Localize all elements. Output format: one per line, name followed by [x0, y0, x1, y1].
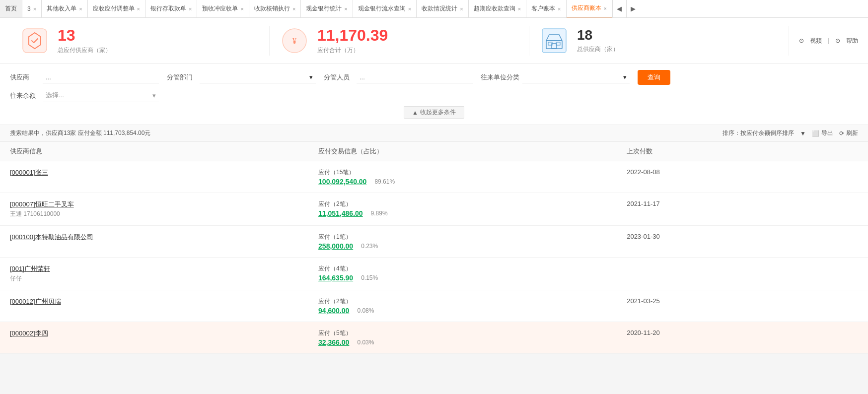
results-actions: 排序：按应付余额倒序排序 ▼ ⬜ 导出 ⟳ 刷新: [723, 129, 858, 137]
close-icon[interactable]: ×: [189, 6, 192, 12]
supplier-link[interactable]: [000001]张三: [10, 168, 318, 177]
supplier-link[interactable]: [000007]恒旺二手叉车: [10, 200, 318, 209]
balance-filter-select[interactable]: 选择... ▾: [43, 89, 159, 102]
nav-tab-label: 超期应收款查询: [474, 4, 515, 13]
video-link[interactable]: 视频: [810, 37, 822, 45]
header-supplier-info: 供应商信息: [10, 147, 318, 156]
nav-tab-advance[interactable]: 预收冲应收单 ×: [197, 0, 249, 18]
nav-tab-cash-bank-stat[interactable]: 现金银行统计 ×: [301, 0, 353, 18]
transaction-count: 应付（4笔）: [318, 264, 627, 273]
transaction-amount[interactable]: 94,600.00: [318, 307, 349, 315]
close-icon[interactable]: ×: [460, 6, 463, 12]
stat-payable-value: 13: [58, 27, 111, 44]
last-payment-date: 2023-01-30: [627, 233, 660, 240]
transaction-amount[interactable]: 258,000.00: [318, 242, 353, 250]
category-filter-select[interactable]: ▾: [522, 71, 630, 83]
export-icon: ⬜: [812, 130, 819, 137]
transaction-info-cell: 应付（5笔） 32,366.00 0.03%: [318, 329, 627, 346]
supplier-link[interactable]: [000002]李四: [10, 329, 318, 338]
nav-tab-bank[interactable]: 银行存取款单 ×: [145, 0, 197, 18]
close-icon[interactable]: ×: [79, 6, 82, 12]
nav-tab-label: 现金银行流水查询: [358, 4, 406, 13]
transaction-amount[interactable]: 32,366.00: [318, 338, 349, 346]
last-payment-cell: 2022-08-08: [627, 168, 858, 176]
collapse-button[interactable]: ▲ 收起更多条件: [404, 106, 464, 119]
close-icon[interactable]: ×: [137, 6, 140, 12]
nav-arrow-left[interactable]: ◀: [612, 0, 626, 18]
store-icon: [539, 26, 569, 56]
collapse-bar: ▲ 收起更多条件: [10, 106, 858, 119]
export-button[interactable]: ⬜ 导出: [812, 129, 833, 137]
nav-tab-supplier-ledger[interactable]: 供应商账本 ×: [567, 0, 612, 18]
stat-payable-suppliers: 13 总应付供应商（家）: [10, 26, 270, 56]
last-payment-date: 2021-03-25: [627, 297, 660, 305]
nav-tab-label: 3: [27, 5, 31, 12]
stat-payable-total: ¥ 11,170.39 应付合计（万）: [270, 26, 529, 56]
close-icon[interactable]: ×: [604, 5, 607, 11]
balance-filter-label: 往来余额: [10, 91, 40, 100]
supplier-link[interactable]: [001]广州荣轩: [10, 264, 318, 273]
sort-label: 排序：按应付余额倒序排序: [723, 129, 794, 137]
supplier-link[interactable]: [000100]本特勒油品有限公司: [10, 233, 318, 242]
chevron-down-icon-3: ▾: [152, 92, 156, 99]
sort-button[interactable]: ▼: [800, 130, 806, 137]
table-row: [000001]张三 应付（15笔） 100,092,540.00 89.61%…: [0, 161, 868, 193]
nav-tab-home[interactable]: 首页: [0, 0, 22, 18]
nav-tab-label: 供应商账本: [572, 4, 601, 12]
nav-tab-3[interactable]: 3 ×: [22, 0, 42, 18]
close-icon[interactable]: ×: [518, 6, 521, 12]
search-button[interactable]: 查询: [638, 70, 670, 85]
filter-balance: 往来余额 选择... ▾: [10, 89, 159, 102]
supplier-payable-icon: [20, 26, 50, 56]
nav-tab-adjustment[interactable]: 应收应付调整单 ×: [88, 0, 145, 18]
stat-total-suppliers: 18 总供应商（家）: [529, 26, 789, 56]
nav-tab-cash-flow[interactable]: 现金银行流水查询 ×: [353, 0, 417, 18]
last-payment-date: 2021-11-17: [627, 200, 660, 207]
filter-supplier: 供应商: [10, 71, 159, 83]
table-row: [000002]李四 应付（5笔） 32,366.00 0.03% 2020-1…: [0, 322, 868, 354]
close-icon[interactable]: ×: [558, 6, 561, 12]
nav-tab-label: 客户账本: [531, 4, 555, 13]
supplier-info-cell: [000100]本特勒油品有限公司: [10, 233, 318, 242]
transaction-amount[interactable]: 164,635.90: [318, 274, 353, 282]
nav-tab-label: 收款核销执行: [254, 4, 290, 13]
supplier-info-cell: [000007]恒旺二手叉车 王通 17106110000: [10, 200, 318, 218]
close-icon[interactable]: ×: [408, 6, 411, 12]
supplier-filter-input[interactable]: [43, 71, 159, 83]
close-icon[interactable]: ×: [292, 6, 295, 12]
sort-icon: ▼: [800, 130, 806, 137]
nav-tab-label: 现金银行统计: [306, 4, 342, 13]
video-icon: ⊙: [799, 37, 804, 44]
header-last-payment: 上次付数: [627, 147, 858, 156]
close-icon[interactable]: ×: [344, 6, 347, 12]
last-payment-cell: 2021-03-25: [627, 297, 858, 305]
stat-amount-label: 应付合计（万）: [317, 46, 388, 55]
transaction-percent: 0.08%: [357, 307, 374, 314]
filter-department: 分管部门 ▾: [167, 71, 316, 83]
nav-tab-label: 应收应付调整单: [93, 4, 135, 13]
svg-text:¥: ¥: [292, 37, 296, 45]
nav-tab-other-income[interactable]: 其他收入单 ×: [42, 0, 87, 18]
nav-tab-overdue[interactable]: 超期应收款查询 ×: [469, 0, 526, 18]
supplier-sub: 王通 17106110000: [10, 210, 318, 218]
supplier-link[interactable]: [000012]广州贝瑞: [10, 297, 318, 306]
nav-tab-customer-ledger[interactable]: 客户账本 ×: [526, 0, 566, 18]
nav-tab-collection[interactable]: 收款核销执行 ×: [249, 0, 301, 18]
nav-arrow-right[interactable]: ▶: [626, 0, 640, 18]
transaction-amount[interactable]: 11,051,486.00: [318, 209, 363, 217]
transaction-amount[interactable]: 100,092,540.00: [318, 178, 366, 186]
chevron-down-icon-2: ▾: [623, 73, 627, 81]
category-filter-label: 往来单位分类: [481, 73, 519, 82]
close-icon[interactable]: ×: [33, 6, 36, 12]
supplier-info-cell: [000001]张三: [10, 168, 318, 177]
last-payment-cell: 2020-11-20: [627, 329, 858, 336]
refresh-button[interactable]: ⟳ 刷新: [839, 129, 858, 137]
table-row: [001]广州荣轩 仔仔 应付（4笔） 164,635.90 0.15%: [0, 258, 868, 290]
nav-tab-receipt-stat[interactable]: 收款情况统计 ×: [417, 0, 468, 18]
help-link[interactable]: 帮助: [846, 37, 858, 45]
supplier-info-cell: [000012]广州贝瑞: [10, 297, 318, 306]
person-filter-input[interactable]: [357, 71, 473, 83]
department-filter-select[interactable]: ▾: [200, 71, 316, 83]
close-icon[interactable]: ×: [240, 6, 243, 12]
last-payment-date: 2020-11-20: [627, 329, 660, 336]
